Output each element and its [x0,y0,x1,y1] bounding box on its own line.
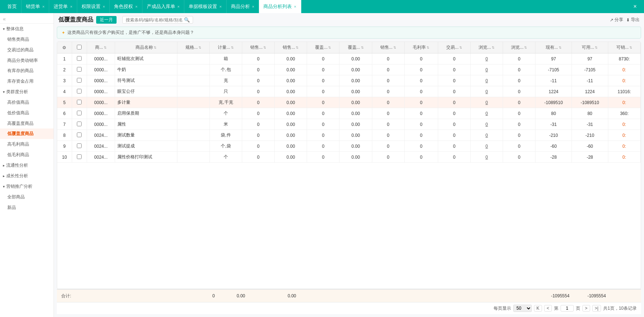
export-button[interactable]: ⬇ 导出 [626,17,640,23]
sidebar-item-low-value[interactable]: 低价值商品 [0,108,54,118]
page-size-select[interactable]: 50 100 200 [513,305,532,312]
col-sellable[interactable]: 可销...⇅ [608,42,640,54]
col-available[interactable]: 可用...⇅ [572,42,608,54]
sidebar-item-high-coverage[interactable]: 高覆盖度商品 [0,118,54,129]
share-button[interactable]: ↗ 分享 [610,17,623,23]
select-all-checkbox[interactable] [77,45,82,49]
close-icon[interactable]: × [294,4,296,9]
sidebar-collapse-button[interactable]: « [3,16,6,22]
prev-page-button[interactable]: < [544,305,552,312]
row-select-checkbox[interactable] [77,111,82,115]
row-select-checkbox[interactable] [77,122,82,126]
nav-product-analysis[interactable]: 商品分析 × [227,0,259,13]
col-checkbox[interactable] [72,42,87,54]
row-browse1[interactable]: 0 [471,64,503,75]
nav-template-settings[interactable]: 单据模板设置 × [184,0,226,13]
row-browse1[interactable]: 0 [471,119,503,130]
sidebar-item-all-goods[interactable]: 全部商品 [0,192,54,202]
row-checkbox[interactable] [72,119,87,130]
nav-finished-goods[interactable]: 产成品入库单 × [142,0,184,13]
share-icon: ↗ [610,17,613,23]
next-page-button[interactable]: > [582,305,590,312]
row-gross-rate: 0 [404,54,438,64]
search-box[interactable]: 🔍 [122,16,193,24]
sidebar-item-high-value[interactable]: 高价值商品 [0,97,54,108]
row-checkbox[interactable] [72,108,87,119]
close-icon[interactable]: × [135,4,137,9]
col-cover1[interactable]: 覆盖...⇅ [307,42,339,54]
row-checkbox[interactable] [72,86,87,97]
sidebar-item-new-goods[interactable]: 新品 [0,202,54,213]
period-button[interactable]: 近一月 [96,16,117,24]
close-icon[interactable]: × [103,4,105,9]
col-current[interactable]: 现有...⇅ [535,42,572,54]
row-browse1[interactable]: 0 [471,108,503,119]
sidebar-item-traded-goods[interactable]: 交易过的商品 [0,45,54,55]
row-checkbox[interactable] [72,54,87,64]
close-icon[interactable]: × [70,4,72,9]
row-browse1[interactable]: 0 [471,141,503,152]
row-browse1[interactable]: 0 [471,75,503,86]
sidebar-section-overall[interactable]: ▾ 整体信息 [0,24,54,34]
window-close-button[interactable]: × [629,3,641,10]
row-browse1[interactable]: 0 [471,54,503,64]
col-sales-qty[interactable]: 销售...⇅ [242,42,275,54]
sidebar-item-inventory-goods[interactable]: 有库存的商品 [0,66,54,76]
search-input[interactable] [126,17,184,23]
col-unit[interactable]: 计量...⇅ [209,42,242,54]
close-icon[interactable]: × [177,4,180,9]
col-sales-other[interactable]: 销售...⇅ [372,42,404,54]
first-page-button[interactable]: K [534,305,542,312]
sidebar-section-cluster[interactable]: ▾ 类群度分析 [0,87,54,97]
row-browse1[interactable]: 0 [471,86,503,97]
row-browse1[interactable]: 0 [471,130,503,141]
sidebar-item-low-coverage[interactable]: 低覆盖度商品 [0,128,54,139]
row-checkbox[interactable] [72,141,87,152]
col-spec[interactable]: 规格...⇅ [177,42,209,54]
row-select-checkbox[interactable] [77,154,82,159]
col-name[interactable]: 商品名称⇅ [115,42,177,54]
sidebar-item-high-margin[interactable]: 高毛利商品 [0,139,54,150]
sidebar-section-liquidity[interactable]: ▸ 流通性分析 [0,160,54,171]
nav-home[interactable]: 首页 [3,0,21,13]
nav-permissions[interactable]: 权限设置 × [77,0,110,13]
col-trade[interactable]: 交易...⇅ [438,42,470,54]
row-select-checkbox[interactable] [77,78,82,83]
search-icon[interactable]: 🔍 [184,17,190,23]
row-checkbox[interactable] [72,97,87,108]
row-select-checkbox[interactable] [77,143,82,148]
nav-purchase-order[interactable]: 进货单 × [49,0,77,13]
col-settings[interactable]: ⚙ [57,42,72,54]
page-input[interactable] [561,305,574,312]
col-sales-amt[interactable]: 销售...⇅ [275,42,307,54]
sidebar-item-category-rate[interactable]: 商品分类动销率 [0,55,54,66]
col-cover2[interactable]: 覆盖...⇅ [339,42,372,54]
row-checkbox[interactable] [72,130,87,141]
row-select-checkbox[interactable] [77,89,82,94]
col-browse1[interactable]: 浏览...⇅ [471,42,503,54]
close-icon[interactable]: × [42,4,44,9]
row-checkbox[interactable] [72,152,87,163]
close-icon[interactable]: × [219,4,221,9]
row-checkbox[interactable] [72,75,87,86]
row-select-checkbox[interactable] [77,67,82,72]
row-browse1[interactable]: 0 [471,97,503,108]
col-code[interactable]: 商...⇅ [87,42,115,54]
sidebar-item-sales-goods[interactable]: 销售类商品 [0,34,54,45]
row-select-checkbox[interactable] [77,56,82,61]
row-checkbox[interactable] [72,64,87,75]
sidebar-section-marketing[interactable]: ▾ 营销推广分析 [0,181,54,192]
row-select-checkbox[interactable] [77,100,82,104]
nav-roles[interactable]: 角色授权 × [110,0,142,13]
sidebar-item-inventory-capital[interactable]: 库存资金占用 [0,76,54,87]
nav-sales-order[interactable]: 销货单 × [21,0,49,13]
sidebar-section-growth[interactable]: ▸ 成长性分析 [0,171,54,181]
nav-product-analysis-list[interactable]: 商品分析列表 × [259,0,301,13]
col-gross-rate[interactable]: 毛利率⇅ [404,42,438,54]
row-select-checkbox[interactable] [77,132,82,137]
last-page-button[interactable]: >| [592,305,601,312]
col-browse2[interactable]: 浏览...⇅ [503,42,535,54]
close-icon[interactable]: × [252,4,254,9]
row-browse1[interactable]: 0 [471,152,503,163]
sidebar-item-low-margin[interactable]: 低毛利商品 [0,150,54,160]
